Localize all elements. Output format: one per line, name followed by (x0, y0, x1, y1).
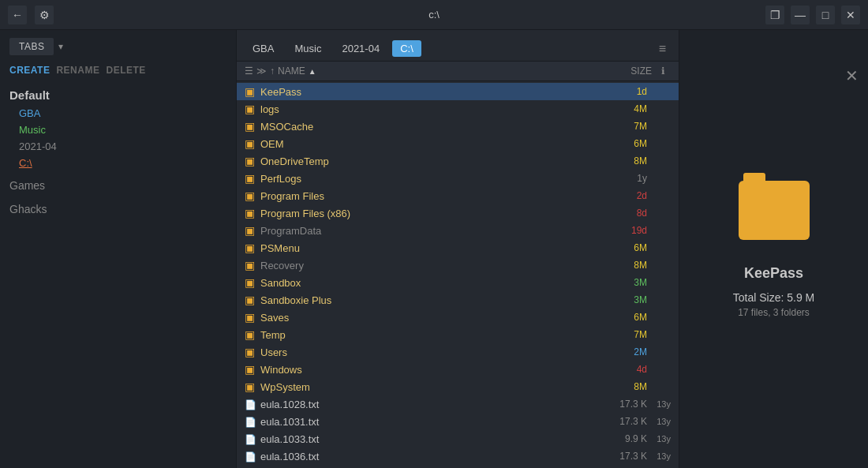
file-row[interactable]: ▣Temp7M (237, 326, 679, 343)
folder-icon: ▣ (245, 207, 260, 219)
file-size: 8M (592, 381, 647, 392)
preview-files-count: 17 files, 3 folders (738, 307, 810, 318)
file-row[interactable]: ▣Recovery8M (237, 256, 679, 274)
folder-icon: ▣ (245, 346, 260, 358)
file-row[interactable]: ▣Sandbox3M (237, 274, 679, 291)
file-row[interactable]: ▣Users2M (237, 343, 679, 361)
folder-icon: ▣ (245, 380, 260, 393)
file-row[interactable]: ▣PerfLogs1y (237, 170, 679, 187)
folder-icon: ▣ (245, 189, 260, 202)
file-row[interactable]: 📄eula.1040.txt17.3 K13y (237, 465, 679, 468)
file-name: logs (260, 103, 592, 115)
file-row[interactable]: ▣Saves6M (237, 309, 679, 326)
file-size: 3M (592, 294, 647, 305)
title-bar-right: ❐ — □ ✕ (765, 6, 860, 24)
file-row[interactable]: 📄eula.1031.txt17.3 K13y (237, 413, 679, 430)
folder-icon: ▣ (245, 363, 260, 376)
sidebar-item-music[interactable]: Music (0, 122, 236, 138)
close-button[interactable]: ✕ (841, 6, 860, 24)
file-name: eula.1028.txt (260, 399, 592, 410)
tab-music[interactable]: Music (286, 40, 329, 57)
file-row[interactable]: ▣KeePass1d (237, 83, 679, 100)
file-row[interactable]: ▣Sandboxie Plus3M (237, 291, 679, 309)
folder-icon: ▣ (245, 259, 260, 271)
sidebar-item-gba[interactable]: GBA (0, 105, 236, 122)
file-row[interactable]: ▣PSMenu6M (237, 239, 679, 256)
file-row[interactable]: ▣OneDriveTemp8M (237, 152, 679, 170)
tab-menu-button[interactable]: ≡ (654, 40, 671, 58)
chevron-down-icon[interactable]: ▾ (58, 41, 63, 52)
file-size: 2d (592, 190, 647, 201)
file-row[interactable]: ▣WpSystem8M (237, 378, 679, 395)
navigate-icon: ≫ (256, 66, 267, 77)
file-row[interactable]: 📄eula.1028.txt17.3 K13y (237, 395, 679, 413)
file-name: Saves (260, 312, 592, 324)
file-size: 19d (592, 225, 647, 236)
preview-name: KeePass (744, 265, 803, 282)
size-column-header[interactable]: SIZE (597, 66, 652, 77)
back-button[interactable]: ← (8, 6, 27, 24)
file-row[interactable]: ▣MSOCache7M (237, 118, 679, 135)
file-size: 6M (592, 242, 647, 253)
file-size: 17.3 K (592, 451, 647, 462)
games-group-label: Games (0, 171, 236, 195)
folder-icon: ▣ (245, 172, 260, 185)
file-age: 13y (647, 451, 671, 461)
file-name: KeePass (260, 86, 592, 98)
file-age: 13y (647, 417, 671, 426)
file-name: Sandbox (260, 277, 592, 289)
file-size: 8M (592, 260, 647, 271)
sidebar-item-2021-04[interactable]: 2021-04 (0, 138, 236, 155)
rename-button[interactable]: RENAME (56, 65, 99, 76)
ghacks-group-label: Ghacks (0, 195, 236, 219)
sidebar-tabs-row: TABS ▾ (0, 30, 236, 62)
create-button[interactable]: CREATE (9, 65, 50, 76)
preview-folder-icon (739, 181, 810, 253)
file-name: eula.1031.txt (260, 416, 592, 428)
file-name: OneDriveTemp (260, 155, 592, 167)
name-column-header[interactable]: NAME (278, 66, 305, 77)
sort-icon: ☰ (245, 66, 253, 77)
folder-icon: ▣ (245, 294, 260, 306)
tab-c-drive[interactable]: C:\ (392, 40, 421, 57)
file-size: 9.9 K (592, 433, 647, 444)
folder-icon: ▣ (245, 224, 260, 237)
file-doc-icon: 📄 (245, 432, 260, 445)
folder-icon: ▣ (245, 120, 260, 133)
tab-gba[interactable]: GBA (245, 40, 282, 57)
tabs-button[interactable]: TABS (9, 38, 54, 55)
restore-button[interactable]: ❐ (765, 6, 784, 24)
file-row[interactable]: ▣Windows4d (237, 361, 679, 378)
file-name: Program Files (260, 190, 592, 202)
file-row[interactable]: 📄eula.1036.txt17.3 K13y (237, 447, 679, 465)
settings-button[interactable]: ⚙ (35, 6, 54, 24)
folder-icon: ▣ (245, 328, 260, 341)
file-row[interactable]: ▣logs4M (237, 100, 679, 118)
folder-icon: ▣ (245, 137, 260, 150)
info-column-header[interactable]: ℹ (655, 66, 671, 77)
folder-icon: ▣ (245, 155, 260, 167)
file-size: 1y (592, 173, 647, 184)
file-row[interactable]: ▣Program Files (x86)8d (237, 204, 679, 222)
file-row[interactable]: ▣ProgramData19d (237, 222, 679, 239)
sidebar-item-c-drive[interactable]: C:\ (0, 155, 236, 171)
maximize-button[interactable]: □ (816, 6, 835, 24)
file-name: WpSystem (260, 381, 592, 393)
file-row[interactable]: 📄eula.1033.txt9.9 K13y (237, 430, 679, 447)
file-size: 4d (592, 364, 647, 375)
tab-2021-04[interactable]: 2021-04 (334, 40, 387, 57)
file-age: 13y (647, 399, 671, 409)
file-doc-icon: 📄 (245, 398, 260, 410)
minimize-button[interactable]: — (791, 6, 810, 24)
title-bar-left: ← ⚙ (8, 6, 54, 24)
file-row[interactable]: ▣OEM6M (237, 135, 679, 152)
file-name: Users (260, 346, 592, 358)
delete-button[interactable]: DELETE (106, 65, 145, 76)
file-doc-icon: 📄 (245, 415, 260, 428)
panel-close-button[interactable]: ✕ (845, 68, 859, 84)
file-row[interactable]: ▣Program Files2d (237, 187, 679, 204)
file-name: eula.1036.txt (260, 451, 592, 462)
folder-icon: ▣ (245, 85, 260, 98)
file-list-header: ☰ ≫ ↑ NAME ▲ SIZE ℹ (237, 62, 679, 81)
preview-total-size: Total Size: 5.9 M (733, 291, 815, 304)
